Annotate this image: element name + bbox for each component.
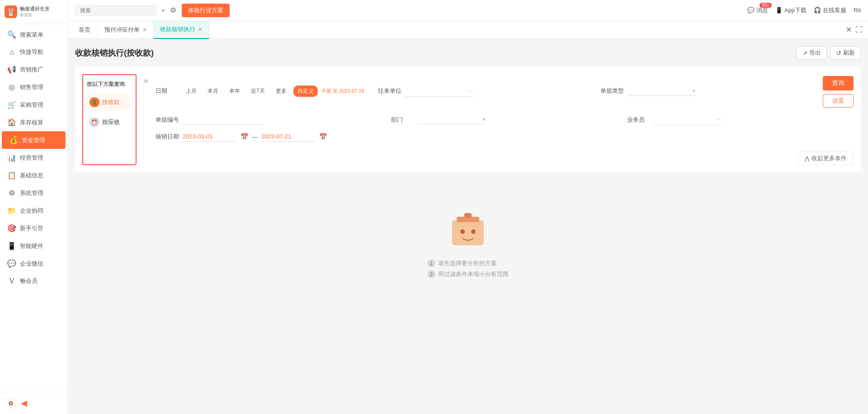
message-icon: 💬 (747, 7, 755, 14)
date-options: 上月 本月 本年 近7天 更多 自定义 (182, 86, 318, 97)
message-button[interactable]: 💬 消息 99+ (747, 6, 768, 14)
empty-num-2: 2 (427, 270, 435, 278)
doctype-chevron-icon[interactable]: ▾ (693, 88, 695, 94)
start-calendar-icon[interactable]: 📅 (241, 133, 248, 140)
sidebar-logo: 🐰 畅捷通好生意 标准版 (0, 0, 67, 24)
filter-panel: 按以下方案查询 💲 按收款 ⏰ 按应收 » 日期 (75, 67, 861, 172)
app-name: 畅捷通好生意 (20, 5, 50, 12)
tab-expand-icon[interactable]: ⛶ (855, 26, 863, 34)
date-last-month[interactable]: 上月 (182, 86, 201, 97)
receipt-option-icon: 💲 (90, 97, 99, 107)
sidebar-item-label: 快捷导航 (20, 48, 43, 56)
receivable-option-label: 按应收 (102, 118, 120, 126)
sidebar-item-quick[interactable]: ⌂ 快捷导航 (0, 43, 67, 61)
tab-advance[interactable]: 预付冲应付单 ✕ (98, 21, 154, 39)
operation-icon: 📊 (7, 153, 16, 162)
tab-close-icon[interactable]: ✕ (846, 25, 852, 34)
topbar-search-area (75, 5, 156, 16)
service-button[interactable]: 🎧 在线客服 (814, 6, 846, 14)
sidebar-item-guide[interactable]: 🎯 新手引导 (0, 219, 67, 237)
sidebar-item-member[interactable]: V 畅会员 (0, 272, 67, 290)
sidebar-item-search[interactable]: 🔍 搜索菜单 (0, 26, 67, 43)
settings-bottom-icon[interactable]: ⚙ (5, 397, 17, 409)
tab-advance-close[interactable]: ✕ (142, 27, 147, 33)
filter-row-3: 核销日期 📅 — 📅 (156, 132, 854, 142)
logo-icon: 🐰 (5, 5, 17, 18)
sidebar-item-sales[interactable]: ◎ 销售管理 (0, 78, 67, 96)
sidebar-item-label: 资金管理 (22, 136, 45, 144)
docno-input[interactable] (183, 115, 264, 125)
date-more[interactable]: 更多 (272, 86, 291, 97)
staff-dots-icon[interactable]: ··· (715, 115, 721, 124)
sidebar-item-finance[interactable]: 💰 资金管理 (2, 131, 66, 149)
filter-sidebar-title: 按以下方案查询 (87, 81, 132, 88)
filter-collapse-button[interactable]: » (144, 74, 148, 165)
empty-text-item-1: 1 请先选择要分析的方案 (427, 259, 509, 267)
staff-select[interactable]: ··· (653, 114, 721, 125)
purchase-icon: 🛒 (7, 100, 16, 109)
topbar-gear-icon[interactable]: ⚙ (170, 6, 176, 14)
basic-icon: 📋 (7, 171, 16, 180)
app-badge: 标准版 (20, 12, 50, 18)
doctype-select[interactable]: ▾ (627, 86, 695, 96)
filter-option-receipt[interactable]: 💲 按收款 (87, 94, 132, 111)
filter-field-staff: 业务员 ··· (627, 114, 854, 125)
refresh-label: 刷新 (843, 49, 855, 57)
sidebar-item-system[interactable]: ⚙ 系统管理 (0, 184, 67, 202)
date-this-month[interactable]: 本月 (203, 86, 222, 97)
sidebar-item-purchase[interactable]: 🛒 采购管理 (0, 96, 67, 114)
filter-row-1: 日期 上月 本月 本年 近7天 更多 自定义 不限 至 2023-07-26 往… (156, 74, 854, 108)
party-dots-icon[interactable]: ··· (467, 87, 473, 95)
user-info[interactable]: Rit (854, 7, 861, 14)
filter-sidebar: 按以下方案查询 💲 按收款 ⏰ 按应收 (82, 74, 137, 165)
receipt-option-label: 按收款 (102, 98, 120, 106)
marketing-icon: 📢 (7, 65, 16, 74)
party-select[interactable]: ··· (405, 86, 473, 97)
svg-point-3 (471, 229, 476, 234)
writeoff-date-start[interactable] (183, 132, 237, 142)
app-icon: 📱 (775, 7, 783, 14)
tab-writeoff[interactable]: 收款核销执行 ✕ (154, 21, 209, 39)
app-download-button[interactable]: 📱 App下载 (775, 6, 807, 14)
filter-field-party: 往来单位 ··· (378, 86, 591, 97)
refresh-button[interactable]: ↺ 刷新 (830, 46, 861, 60)
end-calendar-icon[interactable]: 📅 (319, 133, 327, 140)
settings-button[interactable]: 设置 (823, 94, 854, 108)
date-this-year[interactable]: 本年 (225, 86, 244, 97)
export-button[interactable]: ↗ 导出 (797, 46, 827, 60)
filter-option-receivable[interactable]: ⏰ 按应收 (87, 114, 132, 131)
sidebar-item-basic[interactable]: 📋 基础信息 (0, 167, 67, 184)
page-actions: ↗ 导出 ↺ 刷新 (797, 46, 861, 60)
date-custom[interactable]: 自定义 (293, 86, 318, 97)
sidebar-bottom: ⚙ ◀ (0, 392, 67, 414)
dept-chevron-icon[interactable]: ▾ (482, 116, 485, 123)
collapse-more-button[interactable]: ⋀ 收起更多条件 (798, 152, 854, 165)
tab-advance-label: 预付冲应付单 (104, 26, 140, 34)
sidebar-item-label: 销售管理 (20, 83, 43, 91)
filter-field-doctype: 单据类型 ▾ (600, 86, 814, 96)
sidebar-item-enterprise[interactable]: 📁 企业协同 (0, 202, 67, 219)
sidebar-item-label: 库存核算 (20, 119, 43, 127)
receivable-option-icon: ⏰ (90, 117, 99, 127)
query-button[interactable]: 查询 (823, 76, 854, 90)
collapse-more-area: ⋀ 收起更多条件 (156, 152, 854, 165)
writeoff-date-end[interactable] (261, 132, 316, 142)
tab-home[interactable]: 首页 (71, 21, 98, 39)
date-7days[interactable]: 近7天 (247, 86, 269, 97)
svg-point-2 (460, 229, 465, 234)
topbar-chevron-icon[interactable]: ▾ (162, 7, 165, 14)
sidebar-collapse-button[interactable]: ◀ (21, 398, 27, 408)
sidebar-item-operation[interactable]: 📊 经营管理 (0, 149, 67, 167)
sidebar-item-inventory[interactable]: 🏠 库存核算 (0, 114, 67, 131)
sidebar: 🐰 畅捷通好生意 标准版 🔍 搜索菜单 ⌂ 快捷导航 📢 营销推广 ◎ 销售管理… (0, 0, 68, 414)
topbar: ▾ ⚙ 体验行业方案 💬 消息 99+ 📱 App下载 🎧 在线客服 Rit (68, 0, 868, 21)
party-label: 往来单位 (378, 87, 401, 95)
tabbar: 首页 预付冲应付单 ✕ 收款核销执行 ✕ ✕ ⛶ (68, 21, 868, 39)
sidebar-item-hardware[interactable]: 📱 智能硬件 (0, 237, 67, 255)
dept-select[interactable]: ▾ (417, 115, 485, 124)
topbar-search-input[interactable] (75, 5, 156, 16)
sidebar-item-wechat[interactable]: 💬 企业微信 (0, 255, 67, 272)
tab-writeoff-close[interactable]: ✕ (198, 26, 203, 33)
sidebar-item-marketing[interactable]: 📢 营销推广 (0, 61, 67, 78)
industry-btn[interactable]: 体验行业方案 (182, 4, 230, 17)
